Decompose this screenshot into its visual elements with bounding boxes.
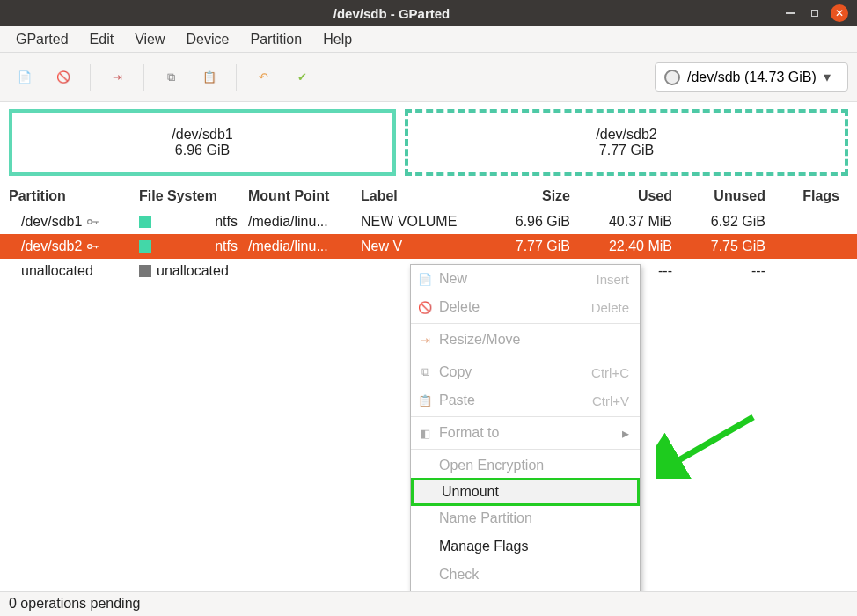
viz-block-sdb1[interactable]: /dev/sdb1 6.96 GiB [9, 109, 396, 176]
menu-item-format[interactable]: ◧Format to [411, 419, 640, 447]
cell-partition: /dev/sdb2 [21, 238, 82, 254]
menu-item-open-encryption[interactable]: Open Encryption [411, 451, 640, 480]
apply-button[interactable]: ✔ [286, 62, 318, 93]
resize-icon: ⇥ [110, 70, 124, 84]
col-flags[interactable]: Flags [771, 183, 857, 209]
col-partition[interactable]: Partition [0, 183, 134, 209]
cell-mountpoint [243, 259, 355, 283]
cell-fs: ntfs [157, 238, 238, 254]
menu-separator [411, 356, 640, 356]
paste-icon: 📋 [202, 70, 216, 84]
titlebar: /dev/sdb - GParted ✕ [0, 0, 857, 26]
col-used[interactable]: Used [575, 183, 678, 209]
delete-icon: 🚫 [418, 300, 432, 314]
menu-item-manage-flags[interactable]: Manage Flags [411, 532, 640, 561]
annotation-arrow [656, 408, 762, 479]
copy-icon: ⧉ [418, 365, 432, 379]
copy-button[interactable]: ⧉ [155, 62, 187, 93]
menu-partition[interactable]: Partition [241, 28, 311, 51]
cell-mountpoint: /media/linu... [243, 209, 355, 234]
menu-separator [411, 416, 640, 417]
menu-separator [411, 323, 640, 324]
document-new-icon: 📄 [18, 70, 32, 84]
maximize-button[interactable] [806, 4, 824, 22]
cell-partition: unallocated [21, 263, 93, 279]
delete-icon: 🚫 [56, 70, 70, 84]
new-partition-button[interactable]: 📄 [9, 62, 40, 93]
menu-help[interactable]: Help [314, 28, 361, 51]
menu-separator [411, 449, 640, 450]
viz-block-size: 7.77 GiB [599, 143, 654, 158]
col-mountpoint[interactable]: Mount Point [243, 183, 355, 209]
window-title: /dev/sdb - GParted [5, 6, 778, 21]
format-icon: ◧ [418, 426, 432, 440]
menubar: GParted Edit View Device Partition Help [0, 26, 857, 53]
cell-size: 6.96 GiB [487, 209, 575, 234]
resize-icon: ⇥ [418, 333, 432, 347]
document-new-icon: 📄 [418, 272, 432, 286]
col-filesystem[interactable]: File System [134, 183, 243, 209]
viz-block-name: /dev/sdb2 [596, 127, 656, 143]
cell-size: 7.77 GiB [487, 234, 575, 259]
device-selector[interactable]: /dev/sdb (14.73 GiB) [655, 62, 848, 92]
svg-point-3 [88, 245, 92, 249]
svg-line-6 [670, 417, 753, 466]
menu-item-copy[interactable]: ⧉CopyCtrl+C [411, 358, 640, 386]
status-text: 0 operations pending [9, 596, 140, 611]
cell-used: 40.37 MiB [575, 209, 678, 234]
paste-button[interactable]: 📋 [194, 62, 225, 93]
viz-block-sdb2[interactable]: /dev/sdb2 7.77 GiB [405, 109, 848, 176]
cell-partition: /dev/sdb1 [21, 214, 82, 230]
paste-icon: 📋 [418, 393, 432, 407]
close-button[interactable]: ✕ [831, 4, 848, 22]
svg-point-0 [88, 220, 92, 224]
menu-item-unmount[interactable]: Unmount [411, 478, 640, 506]
viz-block-size: 6.96 GiB [175, 143, 230, 158]
copy-icon: ⧉ [164, 70, 178, 84]
cell-label: NEW VOLUME [355, 209, 487, 234]
resize-move-button[interactable]: ⇥ [101, 62, 133, 93]
fs-swatch-icon [139, 265, 151, 277]
toolbar-separator [90, 64, 91, 91]
status-bar: 0 operations pending [0, 591, 857, 616]
menu-item-check[interactable]: Check [411, 561, 640, 589]
menu-device[interactable]: Device [178, 28, 238, 51]
col-label[interactable]: Label [355, 183, 487, 209]
menu-item-paste[interactable]: 📋PasteCtrl+V [411, 386, 640, 414]
undo-button[interactable]: ↶ [247, 62, 279, 93]
key-icon [87, 242, 99, 251]
fs-swatch-icon [139, 216, 151, 228]
toolbar: 📄 🚫 ⇥ ⧉ 📋 ↶ ✔ /dev/sdb (14.73 GiB) [0, 53, 857, 102]
cell-used: 22.40 MiB [575, 234, 678, 259]
table-row[interactable]: /dev/sdb2 ntfs /media/linu... New V 7.77… [0, 234, 857, 259]
menu-item-new[interactable]: 📄NewInsert [411, 265, 640, 293]
cell-fs: ntfs [157, 214, 238, 230]
cell-flags [771, 209, 857, 234]
viz-block-name: /dev/sdb1 [172, 127, 232, 143]
fs-swatch-icon [139, 240, 151, 253]
cell-unused: --- [678, 259, 771, 283]
col-unused[interactable]: Unused [678, 183, 771, 209]
context-menu: 📄NewInsert 🚫DeleteDelete ⇥Resize/Move ⧉C… [410, 264, 641, 616]
device-selector-label: /dev/sdb (14.73 GiB) [687, 70, 817, 85]
delete-partition-button[interactable]: 🚫 [48, 62, 79, 93]
menu-item-name-partition[interactable]: Name Partition [411, 504, 640, 532]
menu-gparted[interactable]: GParted [7, 28, 77, 51]
partition-visualization: /dev/sdb1 6.96 GiB /dev/sdb2 7.77 GiB [0, 102, 857, 183]
table-header: Partition File System Mount Point Label … [0, 183, 857, 209]
menu-item-delete[interactable]: 🚫DeleteDelete [411, 293, 640, 321]
menu-item-resize[interactable]: ⇥Resize/Move [411, 326, 640, 354]
toolbar-separator [143, 64, 144, 91]
minimize-button[interactable] [781, 4, 799, 22]
disk-icon [664, 70, 680, 85]
cell-unused: 6.92 GiB [678, 209, 771, 234]
apply-icon: ✔ [295, 70, 309, 84]
toolbar-separator [236, 64, 237, 91]
cell-label: New V [355, 234, 487, 259]
key-icon [87, 217, 99, 226]
cell-fs: unallocated [157, 263, 229, 279]
table-row[interactable]: /dev/sdb1 ntfs /media/linu... NEW VOLUME… [0, 209, 857, 234]
menu-edit[interactable]: Edit [81, 28, 123, 51]
col-size[interactable]: Size [487, 183, 575, 209]
menu-view[interactable]: View [126, 28, 173, 51]
